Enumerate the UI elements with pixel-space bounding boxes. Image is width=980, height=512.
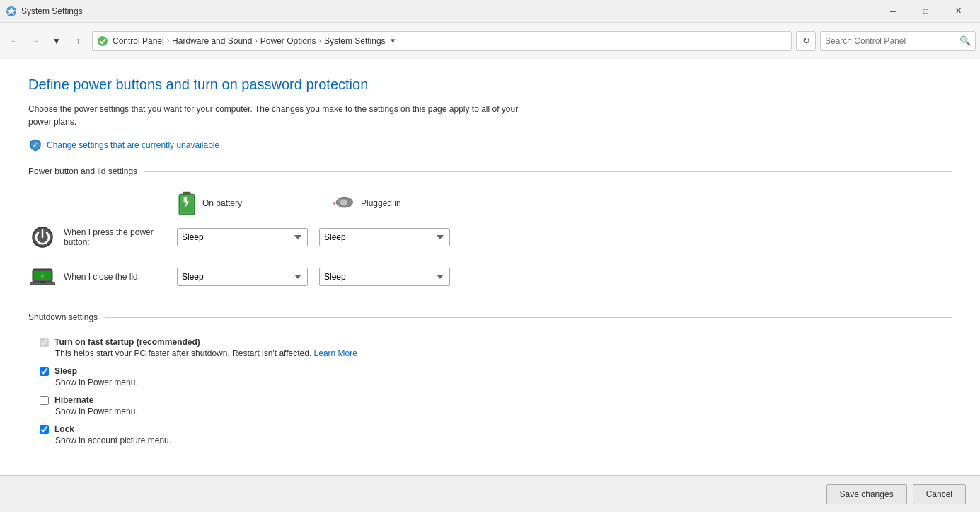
hibernate-label: Hibernate: [54, 394, 93, 405]
fast-startup-row: Turn on fast startup (recommended): [40, 336, 952, 347]
section-divider: [144, 171, 952, 172]
save-changes-button[interactable]: Save changes: [826, 484, 907, 504]
sleep-checkbox[interactable]: [40, 367, 49, 376]
fast-startup-desc: This helps start your PC faster after sh…: [40, 348, 952, 358]
sleep-label: Sleep: [54, 365, 77, 376]
up-button[interactable]: ↑: [68, 31, 88, 51]
hibernate-desc: Show in Power menu.: [40, 406, 952, 416]
breadcrumb-hardware-sound[interactable]: Hardware and Sound: [172, 36, 252, 46]
lock-row: Lock: [40, 423, 952, 434]
change-settings-link[interactable]: Change settings that are currently unava…: [47, 140, 219, 150]
plugged-in-header: Plugged in: [330, 190, 471, 216]
power-table: On battery Plugged in: [28, 190, 952, 291]
sleep-desc: Show in Power menu.: [40, 377, 952, 387]
back-button[interactable]: ←: [4, 31, 24, 51]
shutdown-section-divider: [105, 317, 952, 318]
svg-point-9: [340, 200, 347, 206]
footer: Save changes Cancel: [0, 475, 980, 512]
forward-button[interactable]: →: [25, 31, 45, 51]
power-button-section-header: Power button and lid settings: [28, 166, 952, 176]
maximize-button[interactable]: □: [909, 0, 942, 23]
search-input[interactable]: [825, 36, 959, 46]
titlebar: System Settings ─ □ ✕: [0, 0, 980, 23]
minimize-button[interactable]: ─: [877, 0, 909, 23]
lid-on-battery-wrapper: Do nothing Sleep Hibernate Shut down Tur…: [177, 268, 308, 286]
hibernate-checkbox[interactable]: [40, 396, 49, 405]
power-button-row: When I press the power button: Do nothin…: [28, 223, 952, 251]
navbar: ← → ▼ ↑ Control Panel › Hardware and Sou…: [0, 23, 980, 59]
lock-desc: Show in account picture menu.: [40, 436, 952, 445]
shutdown-section-title: Shutdown settings: [28, 312, 98, 322]
refresh-button[interactable]: ↻: [796, 31, 816, 51]
power-button-on-battery-select[interactable]: Do nothing Sleep Hibernate Shut down Tur…: [177, 228, 308, 246]
window-title: System Settings: [21, 6, 877, 16]
window-controls: ─ □ ✕: [877, 0, 974, 23]
svg-text:✓: ✓: [33, 142, 38, 149]
power-button-plugged-in-wrapper: Do nothing Sleep Hibernate Shut down Tur…: [319, 228, 450, 246]
laptop-icon: [28, 263, 57, 291]
power-button-icon: [28, 223, 57, 251]
shutdown-section-header: Shutdown settings: [28, 312, 952, 322]
hibernate-row: Hibernate: [40, 394, 952, 405]
breadcrumb-dropdown[interactable]: ▼: [386, 31, 400, 51]
on-battery-header: On battery: [177, 190, 318, 216]
learn-more-link[interactable]: Learn More: [314, 348, 357, 358]
close-button[interactable]: ✕: [942, 0, 974, 23]
recent-button[interactable]: ▼: [47, 31, 67, 51]
sleep-item: Sleep Show in Power menu.: [28, 365, 952, 387]
battery-icon: [177, 190, 197, 216]
fast-startup-item: Turn on fast startup (recommended) This …: [28, 336, 952, 358]
lock-checkbox[interactable]: [40, 425, 49, 434]
lid-plugged-in-select[interactable]: Do nothing Sleep Hibernate Shut down Tur…: [319, 268, 450, 286]
sleep-row: Sleep: [40, 365, 952, 376]
power-button-section-title: Power button and lid settings: [28, 166, 137, 176]
on-battery-label: On battery: [202, 198, 242, 208]
breadcrumb-power-options[interactable]: Power Options: [260, 36, 316, 46]
power-button-plugged-in-select[interactable]: Do nothing Sleep Hibernate Shut down Tur…: [319, 228, 450, 246]
svg-point-1: [98, 36, 108, 46]
svg-point-10: [338, 199, 340, 202]
page-title: Define power buttons and turn on passwor…: [28, 76, 952, 93]
change-settings-section: ✓ Change settings that are currently una…: [28, 138, 952, 152]
plugged-in-icon: [330, 193, 355, 213]
lock-label: Lock: [54, 423, 74, 434]
lid-on-battery-select[interactable]: Do nothing Sleep Hibernate Shut down Tur…: [177, 268, 308, 286]
breadcrumb-current: System Settings: [324, 36, 386, 46]
hibernate-item: Hibernate Show in Power menu.: [28, 394, 952, 416]
lid-plugged-in-wrapper: Do nothing Sleep Hibernate Shut down Tur…: [319, 268, 450, 286]
cancel-button[interactable]: Cancel: [913, 484, 966, 504]
power-button-label: When I press the power button:: [64, 227, 177, 247]
search-icon: 🔍: [959, 35, 971, 46]
breadcrumb-control-panel[interactable]: Control Panel: [113, 36, 164, 46]
lock-item: Lock Show in account picture menu.: [28, 423, 952, 445]
shield-icon: ✓: [28, 138, 42, 152]
page-description: Choose the power settings that you want …: [28, 103, 538, 128]
app-icon: [6, 6, 17, 17]
fast-startup-label: Turn on fast startup (recommended): [54, 336, 200, 347]
lid-label: When I close the lid:: [64, 272, 177, 282]
plugged-in-label: Plugged in: [361, 198, 401, 208]
breadcrumb: Control Panel › Hardware and Sound › Pow…: [92, 31, 792, 51]
lid-row: When I close the lid: Do nothing Sleep H…: [28, 263, 952, 291]
power-button-on-battery-wrapper: Do nothing Sleep Hibernate Shut down Tur…: [177, 228, 308, 246]
search-box: 🔍: [820, 31, 976, 51]
main-content: Define power buttons and turn on passwor…: [0, 59, 980, 475]
fast-startup-checkbox[interactable]: [40, 338, 49, 347]
power-table-header: On battery Plugged in: [28, 190, 952, 216]
